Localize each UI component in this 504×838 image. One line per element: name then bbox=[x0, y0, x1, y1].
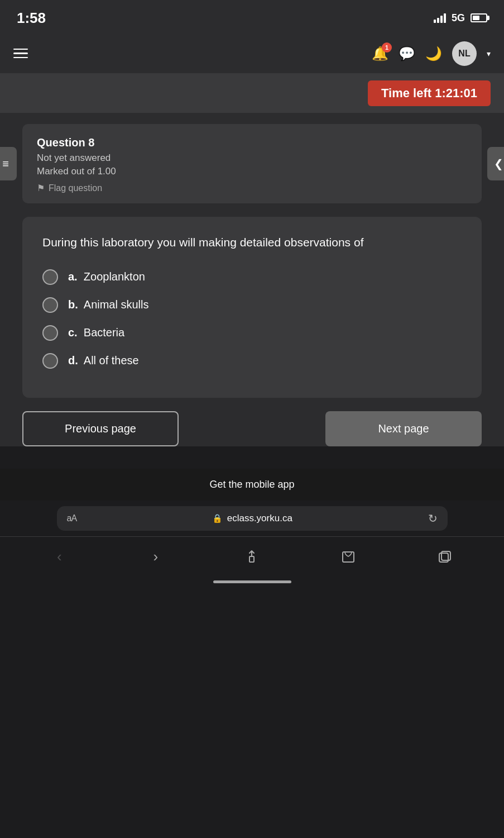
browser-share-button[interactable] bbox=[235, 545, 268, 569]
timer-badge: Time left 1:21:01 bbox=[368, 80, 491, 106]
browser-url-display: 🔒 eclass.yorku.ca bbox=[212, 513, 292, 524]
browser-tabs-button[interactable] bbox=[428, 545, 462, 569]
chat-button[interactable]: 💬 bbox=[399, 46, 415, 61]
user-dropdown-arrow[interactable]: ▾ bbox=[487, 49, 491, 58]
status-bar: 1:58 5G bbox=[0, 0, 504, 34]
flag-icon: ⚑ bbox=[37, 183, 45, 193]
browser-forward-button[interactable]: › bbox=[139, 545, 172, 569]
chevron-right-icon: ❮ bbox=[494, 157, 503, 170]
signal-bars-icon bbox=[434, 13, 446, 23]
browser-url-bar: aA 🔒 eclass.yorku.ca ↻ bbox=[57, 506, 448, 531]
mobile-app-banner: Get the mobile app bbox=[0, 469, 504, 501]
home-indicator bbox=[0, 575, 504, 591]
flag-question-label: Flag question bbox=[49, 183, 102, 193]
list-icon: ≡ bbox=[2, 158, 9, 170]
question-number: Question 8 bbox=[37, 136, 467, 149]
radio-d[interactable] bbox=[42, 353, 58, 369]
side-panel-toggle-button[interactable]: ≡ bbox=[0, 147, 17, 180]
side-panel-next-button[interactable]: ❮ bbox=[487, 147, 504, 180]
browser-chrome: aA 🔒 eclass.yorku.ca ↻ bbox=[0, 501, 504, 536]
radio-a[interactable] bbox=[42, 269, 58, 285]
radio-b[interactable] bbox=[42, 297, 58, 313]
user-avatar[interactable]: NL bbox=[452, 41, 477, 66]
status-icons: 5G bbox=[434, 12, 487, 24]
answer-option-a[interactable]: a. Zooplankton bbox=[42, 269, 462, 285]
answer-label-a: a. Zooplankton bbox=[68, 270, 145, 283]
svg-rect-1 bbox=[343, 552, 354, 562]
lock-icon: 🔒 bbox=[212, 513, 223, 523]
answer-label-d: d. All of these bbox=[68, 354, 139, 367]
svg-rect-0 bbox=[249, 556, 254, 562]
question-mark: Marked out of 1.00 bbox=[37, 166, 467, 177]
answer-option-b[interactable]: b. Animal skulls bbox=[42, 297, 462, 313]
hamburger-menu-button[interactable] bbox=[13, 49, 28, 59]
network-type: 5G bbox=[452, 12, 465, 24]
answer-label-b: b. Animal skulls bbox=[68, 298, 149, 311]
mobile-app-label: Get the mobile app bbox=[209, 479, 294, 490]
quiz-question-text: During this laboratory you will making d… bbox=[42, 234, 462, 251]
quiz-question-box: During this laboratory you will making d… bbox=[22, 217, 482, 398]
answer-label-c: c. Bacteria bbox=[68, 326, 124, 339]
text-size-control[interactable]: aA bbox=[67, 513, 77, 523]
status-time: 1:58 bbox=[17, 9, 46, 27]
timer-bar: Time left 1:21:01 bbox=[0, 74, 504, 113]
theme-toggle-button[interactable]: 🌙 bbox=[425, 46, 442, 61]
radio-c[interactable] bbox=[42, 325, 58, 341]
flag-question-link[interactable]: ⚑ Flag question bbox=[37, 183, 467, 193]
nav-right-icons: 🔔 1 💬 🌙 NL ▾ bbox=[372, 41, 491, 66]
browser-bookmarks-button[interactable] bbox=[332, 545, 365, 569]
question-status: Not yet answered bbox=[37, 153, 467, 164]
previous-page-button[interactable]: Previous page bbox=[22, 411, 179, 446]
notification-badge: 1 bbox=[382, 42, 392, 53]
answer-option-d[interactable]: d. All of these bbox=[42, 353, 462, 369]
question-info-card: Question 8 Not yet answered Marked out o… bbox=[22, 124, 482, 203]
reload-button[interactable]: ↻ bbox=[428, 512, 438, 525]
main-content: ≡ Question 8 Not yet answered Marked out… bbox=[0, 113, 504, 446]
answer-option-c[interactable]: c. Bacteria bbox=[42, 325, 462, 341]
next-page-button[interactable]: Next page bbox=[325, 411, 482, 446]
bottom-nav: ‹ › bbox=[0, 536, 504, 575]
url-text: eclass.yorku.ca bbox=[227, 513, 292, 524]
battery-icon bbox=[471, 13, 487, 22]
nav-buttons: Previous page Next page bbox=[22, 411, 482, 446]
home-bar bbox=[213, 580, 291, 583]
notification-bell-button[interactable]: 🔔 1 bbox=[372, 46, 388, 61]
browser-back-button[interactable]: ‹ bbox=[42, 545, 76, 569]
top-nav: 🔔 1 💬 🌙 NL ▾ bbox=[0, 34, 504, 74]
